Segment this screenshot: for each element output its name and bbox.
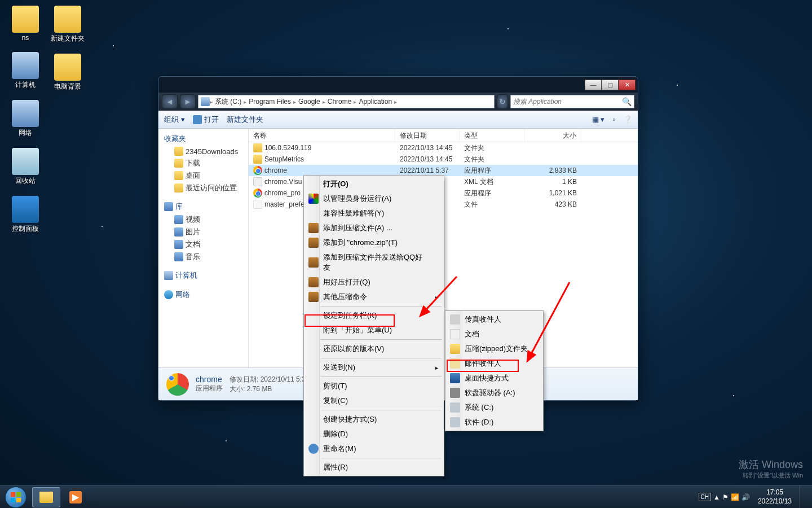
breadcrumb[interactable]: ▸ 系统 (C:)▸ Program Files▸ Google▸ Chrome…	[198, 95, 495, 108]
sidebar-computer[interactable]: 计算机	[158, 269, 248, 282]
ctx-delete[interactable]: 删除(D)	[305, 427, 443, 441]
col-name[interactable]: 名称	[249, 129, 395, 142]
ctx-restore[interactable]: 还原以前的版本(V)	[305, 341, 443, 356]
search-input[interactable]	[513, 98, 622, 106]
network-tray-icon[interactable]: 📶	[731, 493, 739, 501]
archive-icon	[308, 292, 319, 302]
taskbar-explorer[interactable]	[32, 487, 60, 507]
desktop-icon-computer[interactable]: 计算机	[6, 52, 45, 90]
desktop-icon-label: 控制面板	[6, 224, 45, 234]
breadcrumb-item[interactable]: Program Files	[246, 98, 293, 106]
desktop-icon-recycle[interactable]: 回收站	[6, 148, 45, 186]
ctx-rename[interactable]: 重命名(M)	[305, 441, 443, 456]
file-type: 文件夹	[460, 155, 525, 164]
file-name: chrome.Visu	[264, 178, 302, 186]
sendto-floppy[interactable]: 软盘驱动器 (A:)	[447, 386, 542, 400]
file-size: 2,833 KB	[525, 167, 581, 174]
back-button[interactable]: ◄	[162, 94, 178, 109]
sidebar-network[interactable]: 网络	[158, 288, 248, 301]
ctx-add-chrome-zip[interactable]: 添加到 "chrome.zip"(T)	[305, 235, 443, 250]
sidebar-libraries[interactable]: 库	[158, 200, 248, 213]
col-size[interactable]: 大小	[525, 129, 581, 142]
sidebar-item[interactable]: 下载	[158, 157, 248, 169]
taskbar-media[interactable]: ▶	[61, 487, 90, 507]
desktop-icon-ns[interactable]: ns	[6, 6, 45, 42]
sidebar-favorites[interactable]: 收藏夹	[158, 132, 248, 146]
sendto-d[interactable]: 软件 (D:)	[447, 415, 542, 430]
open-button[interactable]: 打开	[193, 115, 219, 125]
sendto-c[interactable]: 系统 (C:)	[447, 400, 542, 415]
sendto-zip[interactable]: 压缩(zipped)文件夹	[447, 341, 542, 356]
file-row[interactable]: 106.0.5249.1192022/10/13 14:45文件夹	[249, 142, 638, 154]
ctx-haozip[interactable]: 用好压打开(Q)	[305, 275, 443, 290]
ctx-add-zip-qq[interactable]: 添加到压缩文件并发送给QQ好友	[305, 250, 443, 275]
shield-icon	[308, 194, 319, 204]
forward-button[interactable]: ►	[180, 94, 196, 109]
ctx-cut[interactable]: 剪切(T)	[305, 379, 443, 393]
titlebar[interactable]: — ▢ ✕	[158, 77, 638, 93]
volume-icon[interactable]: 🔊	[742, 493, 750, 501]
sidebar-item[interactable]: 视频	[158, 213, 248, 226]
clock[interactable]: 17:05 2022/10/13	[752, 488, 797, 506]
ctx-run-admin[interactable]: 以管理员身份运行(A)	[305, 191, 443, 206]
ctx-open[interactable]: 打开(O)	[305, 177, 443, 191]
svg-rect-5	[16, 498, 21, 502]
sidebar-item[interactable]: 桌面	[158, 169, 248, 182]
ime-indicator[interactable]: CH	[699, 493, 711, 501]
archive-icon	[308, 238, 319, 248]
col-type[interactable]: 类型	[460, 129, 525, 142]
sendto-mail[interactable]: 邮件收件人	[447, 356, 542, 371]
breadcrumb-item[interactable]: Chrome	[325, 98, 354, 106]
ctx-pin-taskbar[interactable]: 锁定到任务栏(K)	[305, 308, 443, 323]
refresh-button[interactable]: ↻	[497, 94, 508, 109]
breadcrumb-item[interactable]: Google	[296, 98, 323, 106]
file-icon	[253, 200, 262, 209]
ctx-other-zip[interactable]: 其他压缩命令▸	[305, 290, 443, 304]
file-row[interactable]: chrome2022/10/11 5:37应用程序2,833 KB	[249, 165, 638, 176]
desktop-icon-control-panel[interactable]: 控制面板	[6, 196, 45, 234]
file-row[interactable]: SetupMetrics2022/10/13 14:45文件夹	[249, 154, 638, 165]
minimize-button[interactable]: —	[585, 80, 602, 90]
ctx-send-to[interactable]: 发送到(N)▸	[305, 360, 443, 375]
sidebar-item[interactable]: 2345Downloads	[158, 146, 248, 157]
start-button[interactable]	[0, 486, 32, 509]
zip-icon	[450, 344, 460, 354]
new-folder-button[interactable]: 新建文件夹	[227, 115, 263, 125]
sidebar-item[interactable]: 最近访问的位置	[158, 182, 248, 194]
organize-button[interactable]: 组织 ▾	[164, 115, 185, 125]
close-button[interactable]: ✕	[619, 80, 636, 90]
flag-icon[interactable]: ⚑	[722, 493, 729, 501]
help-button[interactable]: ❔	[623, 115, 632, 124]
search-icon[interactable]: 🔍	[622, 97, 632, 106]
desktop-icon-network[interactable]: 网络	[6, 100, 45, 138]
search-box[interactable]: 🔍	[510, 95, 634, 108]
preview-button[interactable]: ▫	[612, 115, 615, 124]
sidebar-item[interactable]: 音乐	[158, 251, 248, 263]
sidebar-item[interactable]: 文档	[158, 238, 248, 251]
breadcrumb-item[interactable]: 系统 (C:)	[213, 97, 244, 107]
desktop-icon-label: 新建文件夹	[48, 34, 87, 43]
sendto-docs[interactable]: 文档	[447, 327, 542, 341]
desktop-icon-label: 网络	[6, 128, 45, 138]
desktop-icon-wallpaper[interactable]: 电脑背景	[48, 54, 87, 91]
ctx-compat[interactable]: 兼容性疑难解答(Y)	[305, 206, 443, 221]
fax-icon	[450, 314, 460, 325]
maximize-button[interactable]: ▢	[602, 80, 619, 90]
details-name: chrome	[196, 375, 223, 384]
sendto-desktop-shortcut[interactable]: 桌面快捷方式	[447, 371, 542, 386]
breadcrumb-item[interactable]: Application	[356, 98, 394, 106]
sendto-fax[interactable]: 传真收件人	[447, 312, 542, 327]
sidebar-item[interactable]: 图片	[158, 226, 248, 238]
ctx-shortcut[interactable]: 创建快捷方式(S)	[305, 412, 443, 427]
ctx-pin-start[interactable]: 附到「开始」菜单(U)	[305, 323, 443, 338]
desktop-icon-new-folder[interactable]: 新建文件夹	[48, 6, 87, 43]
tray-icon[interactable]: ▲	[713, 493, 720, 501]
ctx-copy[interactable]: 复制(C)	[305, 393, 443, 408]
chrome-icon	[253, 166, 262, 175]
view-button[interactable]: ▦ ▾	[592, 115, 605, 124]
ctx-add-zip[interactable]: 添加到压缩文件(A) ...	[305, 221, 443, 235]
show-desktop-button[interactable]	[800, 486, 807, 509]
ctx-properties[interactable]: 属性(R)	[305, 460, 443, 475]
folder-icon	[174, 147, 183, 156]
col-date[interactable]: 修改日期	[395, 129, 460, 142]
